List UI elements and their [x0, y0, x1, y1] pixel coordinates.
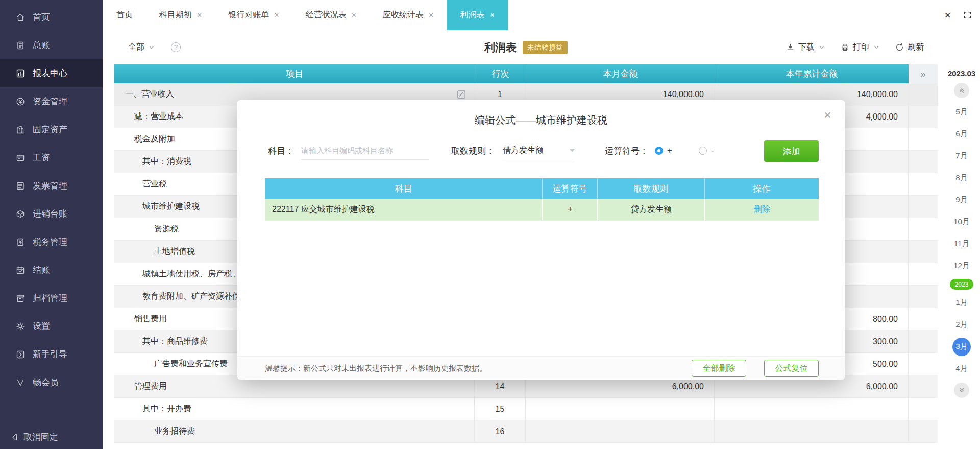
- sidebar-item-label: 进销台账: [33, 208, 67, 220]
- edit-formula-modal: 编辑公式——城市维护建设税 × 科目： 取数规则： 借方发生额 运算符号： +: [237, 100, 845, 380]
- formula-row-action: 删除: [704, 199, 819, 220]
- formula-col-action: 操作: [704, 178, 819, 199]
- close-icon[interactable]: ×: [944, 10, 951, 21]
- formula-row-operator: +: [542, 199, 597, 220]
- tab-label: 经营状况表: [306, 10, 347, 20]
- tab-close-icon[interactable]: ×: [352, 11, 356, 20]
- archive-icon: [15, 293, 26, 303]
- refresh-label: 刷新: [908, 42, 924, 53]
- row-spacer: [909, 218, 938, 240]
- tab-home[interactable]: 首页: [103, 0, 146, 30]
- month-item-february[interactable]: 2月: [943, 314, 980, 336]
- active-month-circle: 3月: [952, 338, 971, 356]
- month-item-october[interactable]: 10月: [943, 211, 980, 233]
- month-item-december[interactable]: 12月: [943, 255, 980, 277]
- operator-label: 运算符号：: [605, 140, 648, 161]
- row-spacer: [909, 241, 938, 263]
- month-item-july[interactable]: 7月: [943, 145, 980, 167]
- unpin-sidebar-button[interactable]: 取消固定: [10, 431, 58, 443]
- row-spacer: [909, 420, 938, 442]
- caret-down-icon: [570, 149, 575, 152]
- month-item-august[interactable]: 8月: [943, 167, 980, 189]
- row-month-cell: [526, 420, 715, 442]
- delete-link[interactable]: 删除: [754, 204, 770, 215]
- tab-close-icon[interactable]: ×: [489, 11, 494, 20]
- sidebar-item-label: 固定资产: [33, 124, 67, 135]
- sidebar-item-funds[interactable]: 资金管理: [0, 87, 103, 115]
- download-icon: [786, 43, 795, 52]
- sidebar-item-salary[interactable]: 工资: [0, 144, 103, 172]
- sidebar-item-settings[interactable]: 设置: [0, 312, 103, 340]
- month-item-september[interactable]: 9月: [943, 189, 980, 211]
- add-button[interactable]: 添加: [764, 140, 819, 162]
- row-spacer: [909, 398, 938, 420]
- delete-all-button[interactable]: 全部删除: [692, 360, 746, 377]
- sidebar-item-archive[interactable]: 归档管理: [0, 284, 103, 312]
- subject-input[interactable]: [301, 141, 429, 160]
- tab-label: 首页: [116, 10, 133, 20]
- member-icon: [15, 377, 26, 388]
- unpin-label: 取消固定: [23, 431, 58, 443]
- scroll-months-down-button[interactable]: [954, 383, 969, 398]
- fullscreen-icon[interactable]: [963, 11, 972, 19]
- sidebar-item-label: 归档管理: [33, 292, 67, 304]
- operator-minus-text: -: [711, 146, 714, 156]
- scope-filter-value: 全部: [128, 42, 144, 53]
- app-root: 首页 总账 报表中心 资金管理 固定资产 工资: [0, 0, 980, 449]
- month-item-november[interactable]: 11月: [943, 233, 980, 255]
- tab-label: 利润表: [460, 10, 484, 20]
- tab-bank-statement[interactable]: 银行对账单 ×: [215, 0, 292, 30]
- sidebar-item-closing[interactable]: 结账: [0, 256, 103, 284]
- sidebar-item-tax[interactable]: 税务管理: [0, 228, 103, 256]
- expand-columns-icon[interactable]: »: [909, 64, 938, 83]
- formula-row[interactable]: 222117 应交城市维护建设税 + 贷方发生额 删除: [265, 199, 819, 221]
- month-item-june[interactable]: 6月: [943, 123, 980, 145]
- row-spacer: [909, 330, 938, 352]
- sidebar-item-general-ledger[interactable]: 总账: [0, 31, 103, 59]
- month-item-march-active[interactable]: 3月: [943, 336, 980, 358]
- sidebar-item-home[interactable]: 首页: [0, 3, 103, 31]
- month-item-may[interactable]: 5月: [943, 101, 980, 123]
- row-item-cell: 其中：开办费: [114, 398, 475, 420]
- print-button[interactable]: 打印: [841, 42, 880, 53]
- refresh-button[interactable]: 刷新: [895, 42, 924, 53]
- sidebar-item-member[interactable]: 畅会员: [0, 368, 103, 396]
- sidebar-item-report-center[interactable]: 报表中心: [0, 59, 103, 87]
- month-item-april[interactable]: 4月: [943, 358, 980, 380]
- rule-select[interactable]: 借方发生额: [503, 140, 575, 161]
- tab-close-icon[interactable]: ×: [429, 11, 433, 20]
- table-row[interactable]: 其中：开办费 15: [114, 398, 938, 420]
- scope-filter-dropdown[interactable]: 全部: [128, 30, 155, 64]
- modal-close-icon[interactable]: ×: [824, 108, 831, 122]
- current-period-label: 2023.03: [943, 68, 980, 79]
- edit-formula-icon[interactable]: [456, 89, 467, 100]
- download-button[interactable]: 下载: [786, 42, 825, 53]
- radio-dot: [699, 147, 707, 155]
- sidebar-item-label: 首页: [33, 11, 50, 23]
- sidebar-item-fixed-assets[interactable]: 固定资产: [0, 115, 103, 144]
- tax-icon: [15, 237, 26, 247]
- sidebar-item-inventory-ledger[interactable]: 进销台账: [0, 200, 103, 228]
- sidebar-item-guide[interactable]: 新手引导: [0, 340, 103, 368]
- row-item-cell: 业务招待费: [114, 420, 475, 442]
- tab-operating-status[interactable]: 经营状况表 ×: [292, 0, 370, 30]
- operator-minus-radio[interactable]: -: [699, 146, 714, 156]
- row-spacer: [909, 173, 938, 195]
- tab-receivable-stats[interactable]: 应收统计表 ×: [370, 0, 447, 30]
- formula-reset-button[interactable]: 公式复位: [764, 360, 819, 377]
- tab-close-icon[interactable]: ×: [197, 11, 202, 20]
- tab-subject-opening[interactable]: 科目期初 ×: [146, 0, 215, 30]
- settings-icon: [15, 321, 26, 332]
- chevron-down-icon: [818, 44, 825, 51]
- table-header: 项目 行次 本月金额 本年累计金额 »: [114, 64, 938, 83]
- operator-plus-radio[interactable]: +: [655, 146, 672, 156]
- formula-col-subject: 科目: [265, 178, 542, 199]
- sidebar-item-invoice[interactable]: 发票管理: [0, 172, 103, 200]
- formula-table: 科目 运算符号 取数规则 操作 222117 应交城市维护建设税 + 贷方发生额…: [265, 178, 819, 221]
- scroll-months-up-button[interactable]: [954, 83, 969, 98]
- help-icon[interactable]: ?: [171, 42, 181, 52]
- month-item-january[interactable]: 1月: [943, 292, 980, 314]
- tab-profit-statement[interactable]: 利润表 ×: [447, 0, 507, 30]
- table-row[interactable]: 业务招待费 16: [114, 420, 938, 443]
- tab-close-icon[interactable]: ×: [274, 11, 279, 20]
